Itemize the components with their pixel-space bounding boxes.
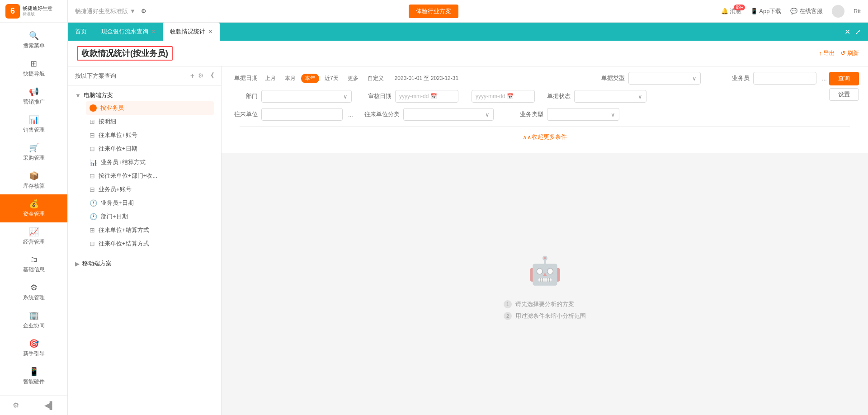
dept-field: 部门 ∨ [231,90,357,103]
tab-receipt-stats-close-icon[interactable]: ✕ [208,28,212,35]
date-tab-lastmonth[interactable]: 上月 [261,74,279,83]
sidebar-item-enterprise[interactable]: 🏢 企业协同 [0,306,67,334]
plan-item-partner-settlement2[interactable]: ⊟ 往来单位+结算方式 [86,237,214,250]
search-row-3: 往来单位 ... 往来单位分类 [231,108,822,121]
salesperson-select[interactable] [753,72,816,85]
date-tab-7days[interactable]: 近7天 [321,74,342,83]
review-date-end[interactable]: yyyy-mm-dd 📅 [472,90,535,103]
tab-close-button[interactable]: ✕ [844,28,850,36]
empty-robot-icon: 🤖 [522,248,567,293]
plan-item-salesperson-account[interactable]: ⊟ 业务员+账号 [86,183,214,196]
app-download-label: App下载 [759,8,781,14]
plan-item-partner-date[interactable]: ⊟ 往来单位+日期 [86,142,214,156]
tab-home[interactable]: 首页 [68,23,94,41]
plan-item-label: 往来单位+结算方式 [99,226,149,234]
sidebar-item-purchase[interactable]: 🛒 采购管理 [0,138,67,166]
sidebar-item-label: 基础信息 [23,266,45,274]
search-form: 单据日期 上月 本月 本年 近7天 更多 自定义 [231,72,822,126]
sidebar-item-wechat[interactable]: 💬 企业微信 [0,390,67,395]
plan-item-by-salesperson[interactable]: 按业务员 [86,101,214,115]
partner-select[interactable] [261,108,343,121]
sidebar-item-basicinfo[interactable]: 🗂 基础信息 [0,250,67,278]
sidebar-item-guide[interactable]: 🎯 新手引导 [0,334,67,362]
hint-number-1: 1 [504,300,512,308]
sidebar-item-marketing[interactable]: 📢 营销推广 [0,82,67,110]
export-icon: ↑ [819,50,822,57]
online-service[interactable]: 💬 在线客服 [790,7,823,15]
date-tab-thismonth[interactable]: 本月 [281,74,299,83]
collapse-area: ∧∧ 收起更多条件 [231,127,859,147]
logo-name: 畅捷通好生意 [23,5,52,11]
query-button[interactable]: 查询 [829,72,859,85]
plan-item-icon-grid3: ⊟ [90,172,95,179]
sidebar-item-capital[interactable]: 💰 资金管理 [0,194,67,222]
settings-button[interactable]: 设置 [829,88,859,101]
content-area: 收款情况统计(按业务员) ↑ 导出 ↺ 刷新 按以下方案查询 + [68,41,868,415]
gear-icon[interactable]: ⚙ [141,8,146,14]
plan-item-label: 往来单位+账号 [99,131,137,139]
tab-bank-flow[interactable]: 现金银行流水查询 ✕ [94,23,163,41]
plan-category-mobile-header[interactable]: ▶ 移动端方案 [75,258,214,269]
date-tab-thisyear[interactable]: 本年 [301,74,319,83]
sidebar-item-quicknav[interactable]: ⊞ 快捷导航 [0,54,67,82]
header-left: 畅捷通好生意标准版 ▼ ⚙ [75,7,146,15]
dept-label: 部门 [231,92,258,100]
hint-item-1: 1 请先选择要分析的方案 [504,300,586,308]
sidebar-item-smarthw[interactable]: 📱 智能硬件 [0,362,67,390]
plan-category-desktop-header[interactable]: ▼ 电脑端方案 [75,90,214,101]
docstatus-label: 单据状态 [543,92,571,100]
trial-button[interactable]: 体验行业方案 [409,5,458,18]
dept-select[interactable]: ∨ [261,90,352,103]
sidebar-item-search[interactable]: 🔍 搜索菜单 [0,26,67,54]
sidebar-item-label: 经营管理 [23,238,45,246]
panel-collapse-icon[interactable]: 《 [208,72,214,80]
sidebar-item-system[interactable]: ⚙ 系统管理 [0,278,67,306]
tab-expand-button[interactable]: ⤢ [855,28,861,36]
sidebar-item-operations[interactable]: 📈 经营管理 [0,222,67,250]
biztype-select[interactable]: ∨ [547,108,619,121]
partner-category-select[interactable]: ∨ [403,108,494,121]
panel-add-icon[interactable]: + [190,72,194,80]
plan-item-partner-settlement1[interactable]: ⊞ 往来单位+结算方式 [86,223,214,237]
notification-icon-area[interactable]: 🔔 99+ 消息 [721,7,742,15]
docstatus-select[interactable]: ∨ [574,90,646,103]
plan-item-salesperson-date[interactable]: 🕐 业务员+日期 [86,196,214,210]
plan-item-by-detail[interactable]: ⊞ 按明细 [86,115,214,128]
plan-item-icon-grid: ⊟ [90,132,95,139]
date-tab-custom[interactable]: 自定义 [364,74,387,83]
plan-item-label: 往来单位+结算方式 [99,240,149,248]
date-tab-more[interactable]: 更多 [344,74,362,83]
user-avatar[interactable] [832,5,844,18]
tab-bank-flow-close-icon[interactable]: ✕ [151,28,156,35]
logo-badge: 标准版 [23,11,52,17]
footer-settings-icon[interactable]: ⚙ [13,401,19,410]
notification-badge: 99+ [734,5,745,10]
plan-item-salesperson-settlement[interactable]: 📊 业务员+结算方式 [86,156,214,169]
partner-more-icon[interactable]: ... [348,111,353,118]
panel-settings-icon[interactable]: ⚙ [198,72,204,80]
logo-text-area: 畅捷通好生意 标准版 [23,5,52,17]
plan-category-desktop: ▼ 电脑端方案 按业务员 ⊞ 按明细 ⊟ [68,86,221,254]
date-tabs: 上月 本月 本年 近7天 更多 自定义 [261,74,387,83]
doctype-select[interactable]: ∨ [628,72,701,85]
plan-item-partner-account[interactable]: ⊟ 往来单位+账号 [86,128,214,142]
biztype-label: 业务类型 [516,110,543,118]
refresh-button[interactable]: ↺ 刷新 [840,49,859,57]
hint-item-2: 2 用过滤条件来缩小分析范围 [504,312,586,320]
body-layout: 按以下方案查询 + ⚙ 《 ▼ 电脑端方案 [68,66,868,415]
app-download[interactable]: 📱 App下载 [750,7,781,15]
tab-bar-actions: ✕ ⤢ [844,28,868,36]
sidebar-item-inventory[interactable]: 📦 库存核算 [0,166,67,194]
plan-item-icon-chart: 📊 [90,159,97,166]
plan-item-partner-dept[interactable]: ⊟ 按往来单位+部门+收... [86,169,214,183]
sidebar-item-sales[interactable]: 📊 销售管理 [0,110,67,138]
tab-receipt-stats[interactable]: 收款情况统计 ✕ [163,23,220,41]
export-button[interactable]: ↑ 导出 [819,49,835,57]
footer-collapse-icon[interactable]: ◀▌ [44,401,55,410]
hint-text-1: 请先选择要分析的方案 [515,300,574,308]
review-date-start[interactable]: yyyy-mm-dd 📅 [395,90,458,103]
calendar-icon2: 📅 [507,93,514,99]
collapse-button[interactable]: ∧∧ 收起更多条件 [523,129,567,145]
breadcrumb-caret-icon[interactable]: ▼ [130,8,136,14]
plan-item-dept-date[interactable]: 🕐 部门+日期 [86,210,214,223]
